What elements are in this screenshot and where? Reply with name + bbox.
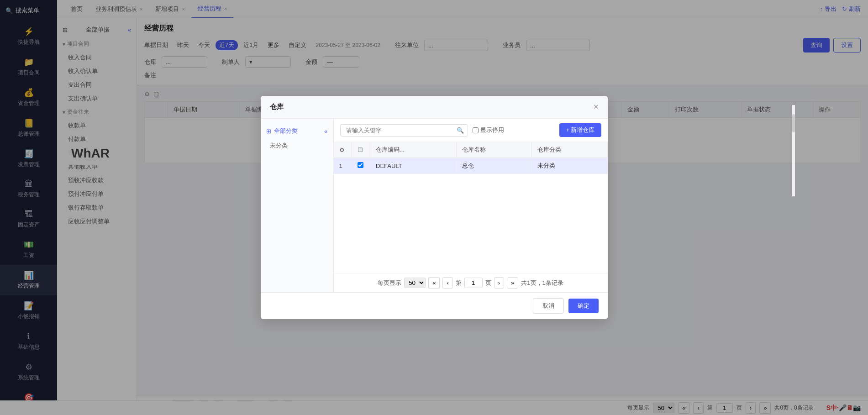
modal-prev-page[interactable]: ‹ [442,277,452,289]
modal-col-name: 仓库名称 [456,142,531,158]
modal-first-page[interactable]: « [428,277,440,289]
modal-all-category[interactable]: ⊞ 全部分类 « [261,124,333,138]
modal-toolbar: 🔍 显示停用 + 新增仓库 [334,119,608,142]
grid-icon-modal: ⊞ [266,128,271,135]
modal-table-wrapper: ⚙ ☐ 仓库编码... 仓库名称 仓库分类 1 DEFAULT [334,142,608,273]
disabled-checkbox-input[interactable] [473,127,479,133]
modal-per-page-label: 每页显示 [378,279,401,287]
modal-warehouse-table: ⚙ ☐ 仓库编码... 仓库名称 仓库分类 1 DEFAULT [334,142,608,174]
modal-last-page[interactable]: » [507,277,518,289]
modal-close-button[interactable]: × [594,102,599,112]
cancel-button[interactable]: 取消 [533,298,564,314]
modal-search-box[interactable]: 🔍 [340,124,468,137]
search-icon-modal[interactable]: 🔍 [457,127,464,134]
modal-page-prefix: 第 [456,279,462,287]
modal-page-input[interactable] [464,278,483,288]
modal-right-panel: 🔍 显示停用 + 新增仓库 ⚙ ☐ [334,119,608,292]
modal-uncategorized[interactable]: 未分类 [261,138,333,153]
modal-title: 仓库 [270,103,284,111]
modal-col-code: 仓库编码... [370,142,457,158]
modal-next-page[interactable]: › [494,277,504,289]
modal-footer: 取消 确定 [261,292,608,319]
confirm-button[interactable]: 确定 [568,299,599,313]
modal-table-row[interactable]: 1 DEFAULT 总仓 未分类 [334,158,608,174]
modal-row-category: 未分类 [532,158,607,174]
modal-search-input[interactable] [344,125,457,136]
modal-row-num: 1 [334,158,352,174]
modal-col-checkbox: ☐ [352,142,370,158]
modal-row-code: DEFAULT [370,158,457,174]
modal-pagination: 每页显示 50 « ‹ 第 页 › » 共1页，1条记录 [334,273,608,292]
modal-col-category: 仓库分类 [532,142,607,158]
modal-col-settings: ⚙ [334,142,352,158]
warehouse-modal: 仓库 × ⊞ 全部分类 « 未分类 [261,96,608,319]
show-disabled-checkbox[interactable]: 显示停用 [473,126,504,134]
modal-row-name: 总仓 [456,158,531,174]
modal-overlay: 仓库 × ⊞ 全部分类 « 未分类 [0,0,868,415]
modal-per-page-select[interactable]: 50 [404,278,426,288]
modal-total-info: 共1页，1条记录 [521,279,563,287]
add-warehouse-button[interactable]: + 新增仓库 [559,123,601,137]
modal-left-panel: ⊞ 全部分类 « 未分类 [261,119,334,292]
modal-body: ⊞ 全部分类 « 未分类 🔍 [261,119,608,292]
modal-row-checkbox[interactable] [352,158,370,174]
collapse-left-icon[interactable]: « [324,128,327,135]
modal-header: 仓库 × [261,96,608,119]
modal-page-label: 页 [485,279,491,287]
